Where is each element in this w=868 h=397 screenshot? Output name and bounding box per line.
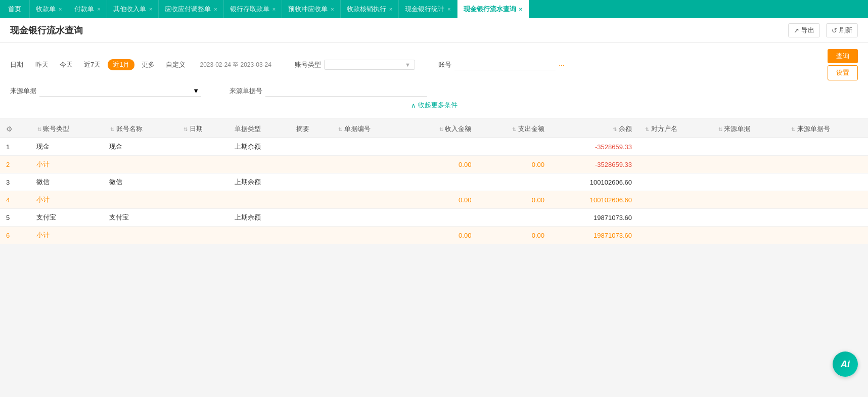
collapse-button[interactable]: ∧ 收起更多条件 [10,99,858,112]
close-fukuan-icon[interactable]: × [97,6,100,12]
date-today[interactable]: 今天 [56,59,77,70]
nav-home[interactable]: 首页 [0,0,30,18]
col-settings[interactable]: ⚙ [0,120,30,138]
table-cell: 3 [0,173,30,191]
refresh-button[interactable]: ↺ 刷新 [826,23,858,37]
table-cell [176,191,229,209]
tab-xianjinyinhang[interactable]: 现金银行统计 × [399,0,457,18]
tab-yushouchonying[interactable]: 预收冲应收单 × [282,0,340,18]
col-header-doc-no[interactable]: ⇅ 单据编号 [331,120,404,138]
table-cell: -3528659.33 [551,156,638,173]
table-settings-icon[interactable]: ⚙ [6,125,13,133]
table-cell [638,173,711,191]
table-cell: 4 [0,191,30,209]
account-field: 账号 ··· [438,59,565,70]
tab-yushouchonying-label: 预收冲应收单 [288,5,328,14]
table-cell: 100102606.60 [551,173,638,191]
date-week[interactable]: 近7天 [80,59,105,70]
table-cell: 现金 [30,138,104,156]
col-income-sort-icon: ⇅ [439,126,443,132]
col-header-account-name[interactable]: ⇅ 账号名称 [103,120,176,138]
close-shoukuan-icon[interactable]: × [59,6,62,12]
header-actions: ↗ 导出 ↺ 刷新 [788,23,858,37]
tab-yinhangcunqu[interactable]: 银行存取款单 × [224,0,282,18]
tab-liushui[interactable]: 现金银行流水查询 × [458,0,529,18]
export-label: 导出 [801,26,814,35]
table-cell: 19871073.60 [551,227,638,244]
close-qitashouru-icon[interactable]: × [149,6,152,12]
col-date-sort-icon: ⇅ [184,126,188,132]
table-cell [331,191,404,209]
right-buttons: 查询 设置 [828,49,858,80]
table-cell [477,173,551,191]
close-xianjinyinhang-icon[interactable]: × [447,6,450,12]
source-doc-filter: 来源单据 ▼ [10,85,201,97]
tab-yinhangcunqu-label: 银行存取款单 [230,5,269,14]
tab-shoukuan[interactable]: 收款单 × [30,0,68,18]
col-source-doc-label: 来源单据 [724,125,750,133]
close-liushui-icon[interactable]: × [519,6,522,12]
close-yinhangcunqu-icon[interactable]: × [272,6,276,12]
col-header-expense[interactable]: ⇅ 支出金额 [477,120,551,138]
table-cell [290,209,331,227]
setting-button[interactable]: 设置 [828,65,858,80]
page-header: 现金银行流水查询 ↗ 导出 ↺ 刷新 [0,18,868,43]
col-counterpart-label: 对方户名 [651,125,677,133]
table-cell [176,173,229,191]
table-cell: 100102606.60 [551,191,638,209]
table-cell [103,227,176,244]
col-balance-sort-icon: ⇅ [613,126,617,132]
table-row: 2小计0.000.00-3528659.33 [0,156,868,173]
query-button[interactable]: 查询 [828,49,858,63]
table-cell [784,209,868,227]
table-cell: 支付宝 [103,209,176,227]
date-custom[interactable]: 自定义 [162,59,190,70]
table-cell [290,156,331,173]
col-source-doc-no-label: 来源单据号 [797,125,830,133]
table-cell [331,227,404,244]
table-cell [290,138,331,156]
account-input[interactable] [454,59,556,70]
date-more[interactable]: 更多 [138,59,159,70]
close-yingshoutiaozheng-icon[interactable]: × [214,6,217,12]
source-doc-no-input[interactable] [265,85,427,97]
col-header-counterpart[interactable]: ⇅ 对方户名 [638,120,711,138]
table-cell: 上期余额 [229,173,291,191]
table-cell [290,173,331,191]
table-cell [638,156,711,173]
col-header-account-type[interactable]: ⇅ 账号类型 [30,120,104,138]
col-header-source-doc-no[interactable]: ⇅ 来源单据号 [784,120,868,138]
table-cell: 0.00 [477,191,551,209]
col-header-source-doc[interactable]: ⇅ 来源单据 [711,120,785,138]
tab-yingshoutiaozheng[interactable]: 应收应付调整单 × [159,0,223,18]
account-dots-button[interactable]: ··· [559,61,565,69]
table-cell: 0.00 [404,227,478,244]
close-yushouchonying-icon[interactable]: × [331,6,334,12]
col-header-income[interactable]: ⇅ 收入金额 [404,120,478,138]
date-month1[interactable]: 近1月 [108,59,134,70]
tab-qitashouru[interactable]: 其他收入单 × [107,0,159,18]
account-type-filter: 账号类型 ▼ [295,60,415,70]
export-button[interactable]: ↗ 导出 [788,23,820,37]
filter-area: 日期 昨天 今天 近7天 近1月 更多 自定义 2023-02-24 至 202… [0,43,868,118]
close-shoukuanzhihang-icon[interactable]: × [389,6,392,12]
refresh-label: 刷新 [839,26,852,35]
tab-shoukuanzhihang[interactable]: 收款核销执行 × [341,0,399,18]
source-doc-select[interactable]: ▼ [39,85,201,97]
table-row: 3微信微信上期余额100102606.60 [0,173,868,191]
table-cell [176,227,229,244]
table-row: 6小计0.000.0019871073.60 [0,227,868,244]
table-cell [331,173,404,191]
tab-fukuan[interactable]: 付款单 × [68,0,107,18]
col-source-doc-no-sort-icon: ⇅ [791,126,795,132]
col-header-date[interactable]: ⇅ 日期 [176,120,229,138]
account-type-select[interactable]: ▼ [324,60,415,70]
table-cell: 上期余额 [229,138,291,156]
table-cell [784,156,868,173]
table-cell: 支付宝 [30,209,104,227]
table-cell [638,209,711,227]
account-label: 账号 [438,60,451,69]
date-yesterday[interactable]: 昨天 [31,59,53,70]
col-header-balance[interactable]: ⇅ 余额 [551,120,638,138]
col-account-name-label: 账号名称 [116,125,143,133]
